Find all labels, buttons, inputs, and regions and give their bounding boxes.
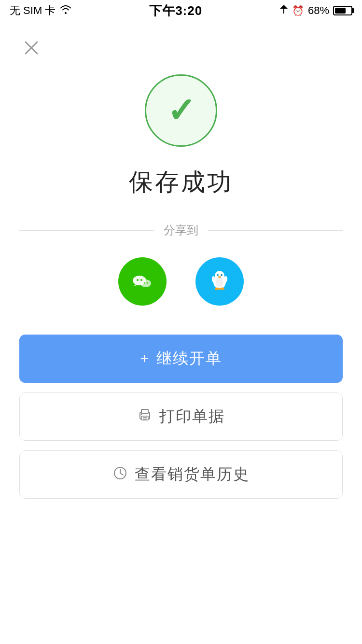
- plus-icon: +: [140, 350, 150, 367]
- svg-point-4: [137, 279, 139, 281]
- status-right: ⏰ 68%: [279, 4, 352, 17]
- svg-point-7: [147, 282, 148, 284]
- wifi-icon: [59, 4, 72, 17]
- battery-icon: [333, 6, 352, 15]
- main-content: ✓ 保存成功 分享到: [0, 21, 362, 644]
- share-icons: [118, 257, 244, 306]
- success-circle: ✓: [145, 74, 217, 147]
- button-container: + 继续开单 打印单据: [19, 335, 343, 499]
- continue-label: 继续开单: [156, 348, 222, 369]
- status-time: 下午3:20: [149, 2, 202, 19]
- svg-point-6: [144, 282, 145, 284]
- share-divider: 分享到: [19, 223, 343, 238]
- svg-point-15: [216, 278, 223, 287]
- battery-percent: 68%: [308, 4, 329, 17]
- wechat-share-button[interactable]: [118, 257, 167, 306]
- status-bar: 无 SIM 卡 下午3:20 ⏰ 68%: [0, 0, 362, 21]
- print-button[interactable]: 打印单据: [19, 392, 343, 441]
- share-label: 分享到: [164, 223, 198, 238]
- svg-point-5: [140, 279, 142, 281]
- print-label: 打印单据: [159, 406, 225, 427]
- clock-icon: [112, 465, 128, 484]
- close-icon: [24, 40, 39, 56]
- svg-rect-22: [141, 416, 148, 420]
- close-button[interactable]: [19, 36, 43, 60]
- success-title: 保存成功: [129, 166, 233, 198]
- history-button[interactable]: 查看销货单历史: [19, 450, 343, 499]
- svg-point-25: [141, 413, 142, 415]
- alarm-icon: ⏰: [292, 5, 304, 16]
- svg-point-12: [218, 275, 219, 276]
- checkmark-icon: ✓: [167, 94, 195, 127]
- svg-point-17: [220, 288, 224, 290]
- continue-button[interactable]: + 继续开单: [19, 335, 343, 383]
- qq-share-button[interactable]: [195, 257, 244, 306]
- svg-line-28: [120, 473, 123, 475]
- location-icon: [279, 4, 288, 17]
- divider-line-left: [19, 230, 154, 231]
- svg-point-16: [215, 288, 220, 290]
- printer-icon: [137, 407, 153, 426]
- wechat-icon: [129, 268, 156, 295]
- divider-line-right: [208, 230, 343, 231]
- svg-rect-21: [141, 409, 148, 413]
- carrier-text: 无 SIM 卡: [10, 3, 56, 18]
- history-label: 查看销货单历史: [135, 464, 250, 485]
- svg-point-13: [222, 275, 223, 276]
- qq-icon: [206, 268, 233, 295]
- status-left: 无 SIM 卡: [10, 3, 72, 18]
